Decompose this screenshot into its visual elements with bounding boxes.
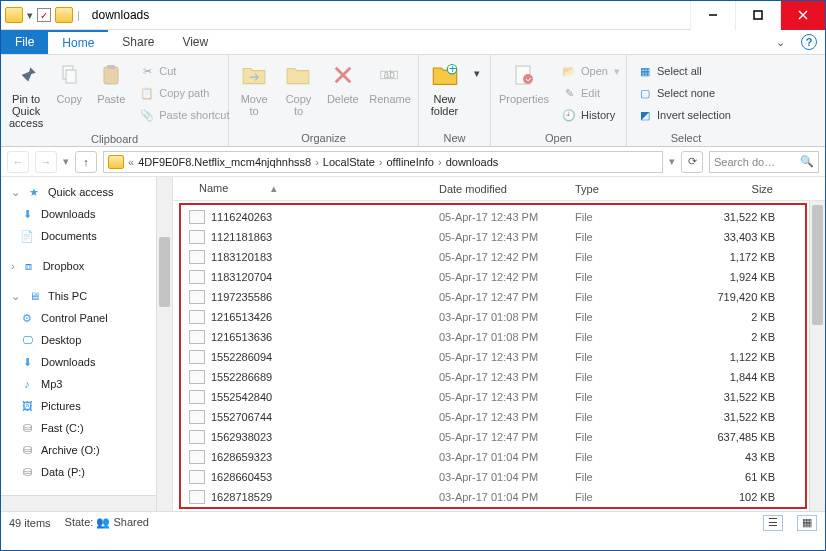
chevron-right-icon[interactable]: « <box>126 156 136 168</box>
scrollbar-thumb[interactable] <box>159 237 170 307</box>
chevron-right-icon[interactable]: › <box>436 156 444 168</box>
scrollbar-vertical[interactable] <box>809 201 825 511</box>
copy-path-icon: 📋 <box>139 85 155 101</box>
table-row[interactable]: 112118186305-Apr-17 12:43 PMFile33,403 K… <box>189 227 797 247</box>
table-row[interactable]: 121651342603-Apr-17 01:08 PMFile2 KB <box>189 307 797 327</box>
paste-button[interactable]: Paste <box>93 59 129 107</box>
table-row[interactable]: 155270674405-Apr-17 12:43 PMFile31,522 K… <box>189 407 797 427</box>
file-icon <box>189 330 205 344</box>
tiles-view-button[interactable]: ▦ <box>797 515 817 531</box>
file-size: 31,522 KB <box>675 211 775 223</box>
maximize-button[interactable] <box>735 1 780 30</box>
up-button[interactable]: ↑ <box>75 151 97 173</box>
delete-button[interactable]: Delete <box>324 59 362 107</box>
recent-dropdown-icon[interactable]: ▾ <box>63 155 69 168</box>
select-none-button[interactable]: ▢Select none <box>633 83 735 103</box>
header-name[interactable]: Name ▴ <box>193 182 433 195</box>
history-button[interactable]: 🕘History <box>557 105 624 125</box>
move-to-button[interactable]: Move to <box>235 59 273 119</box>
copy-to-button[interactable]: Copy to <box>279 59 317 119</box>
nav-documents[interactable]: 📄Documents <box>1 225 172 247</box>
rename-button[interactable]: ab Rename <box>368 59 412 107</box>
paste-shortcut-button[interactable]: 📎Paste shortcut <box>135 105 233 125</box>
table-row[interactable]: 155228668905-Apr-17 12:43 PMFile1,844 KB <box>189 367 797 387</box>
nav-archive-o[interactable]: ⛁Archive (O:) <box>1 439 172 461</box>
close-button[interactable] <box>780 1 825 30</box>
header-type[interactable]: Type <box>569 183 669 195</box>
table-row[interactable]: 162871852903-Apr-17 01:04 PMFile102 KB <box>189 487 797 507</box>
table-row[interactable]: 156293802305-Apr-17 12:47 PMFile637,485 … <box>189 427 797 447</box>
file-icon <box>189 470 205 484</box>
nav-control-panel[interactable]: ⚙Control Panel <box>1 307 172 329</box>
header-date[interactable]: Date modified <box>433 183 569 195</box>
breadcrumb[interactable]: « 4DF9E0F8.Netflix_mcm4njqhnhss8 › Local… <box>103 151 663 173</box>
file-name: 1121181863 <box>211 231 439 243</box>
pin-quick-access-button[interactable]: Pin to Quick access <box>7 59 45 131</box>
file-type: File <box>575 211 675 223</box>
cut-button[interactable]: ✂Cut <box>135 61 233 81</box>
svg-rect-1 <box>754 11 762 19</box>
file-date: 03-Apr-17 01:04 PM <box>439 491 575 503</box>
file-name: 1183120183 <box>211 251 439 263</box>
minimize-button[interactable] <box>690 1 735 30</box>
tab-view[interactable]: View <box>168 30 222 54</box>
tab-share[interactable]: Share <box>108 30 168 54</box>
properties-qat-icon[interactable]: ✓ <box>37 8 51 22</box>
address-dropdown-icon[interactable]: ▾ <box>669 155 675 168</box>
new-folder-button[interactable]: + New folder <box>425 59 464 119</box>
refresh-button[interactable]: ⟳ <box>681 151 703 173</box>
header-size[interactable]: Size <box>669 183 779 195</box>
nav-data-p[interactable]: ⛁Data (P:) <box>1 461 172 483</box>
scrollbar-vertical[interactable] <box>156 177 172 511</box>
table-row[interactable]: 119723558605-Apr-17 12:47 PMFile719,420 … <box>189 287 797 307</box>
nav-fast-c[interactable]: ⛁Fast (C:) <box>1 417 172 439</box>
nav-quick-access[interactable]: ⌄★Quick access <box>1 181 172 203</box>
ribbon: Pin to Quick access Copy Paste ✂Cut 📋Cop… <box>1 55 825 147</box>
table-row[interactable]: 118312070405-Apr-17 12:42 PMFile1,924 KB <box>189 267 797 287</box>
delete-icon <box>327 61 359 89</box>
open-button[interactable]: 📂Open▾ <box>557 61 624 81</box>
chevron-right-icon[interactable]: › <box>313 156 321 168</box>
edit-button[interactable]: ✎Edit <box>557 83 624 103</box>
table-row[interactable]: 118312018305-Apr-17 12:42 PMFile1,172 KB <box>189 247 797 267</box>
breadcrumb-part[interactable]: downloads <box>446 156 499 168</box>
copy-button[interactable]: Copy <box>51 59 87 107</box>
table-row[interactable]: 121651363603-Apr-17 01:08 PMFile2 KB <box>189 327 797 347</box>
scrollbar-horizontal[interactable] <box>1 495 156 511</box>
forward-button[interactable]: → <box>35 151 57 173</box>
search-input[interactable]: Search do… 🔍 <box>709 151 819 173</box>
scrollbar-thumb[interactable] <box>812 205 823 325</box>
breadcrumb-part[interactable]: 4DF9E0F8.Netflix_mcm4njqhnhss8 <box>138 156 311 168</box>
file-menu[interactable]: File <box>1 30 48 54</box>
qat-dropdown-icon[interactable]: ▾ <box>27 9 33 22</box>
table-row[interactable]: 155254284005-Apr-17 12:43 PMFile31,522 K… <box>189 387 797 407</box>
nav-pictures[interactable]: 🖼Pictures <box>1 395 172 417</box>
search-icon: 🔍 <box>800 155 814 168</box>
properties-button[interactable]: Properties <box>497 59 551 107</box>
nav-this-pc[interactable]: ⌄🖥This PC <box>1 285 172 307</box>
nav-dropbox[interactable]: ›⧈Dropbox <box>1 255 172 277</box>
chevron-right-icon[interactable]: › <box>377 156 385 168</box>
nav-downloads2[interactable]: ⬇Downloads <box>1 351 172 373</box>
table-row[interactable]: 111624026305-Apr-17 12:43 PMFile31,522 K… <box>189 207 797 227</box>
help-icon[interactable]: ? <box>801 34 817 50</box>
copy-path-button[interactable]: 📋Copy path <box>135 83 233 103</box>
nav-mp3[interactable]: ♪Mp3 <box>1 373 172 395</box>
select-all-button[interactable]: ▦Select all <box>633 61 735 81</box>
breadcrumb-part[interactable]: offlineInfo <box>386 156 434 168</box>
nav-desktop[interactable]: 🖵Desktop <box>1 329 172 351</box>
table-row[interactable]: 162866045303-Apr-17 01:04 PMFile61 KB <box>189 467 797 487</box>
breadcrumb-part[interactable]: LocalState <box>323 156 375 168</box>
file-date: 03-Apr-17 01:08 PM <box>439 311 575 323</box>
group-label: New <box>425 130 484 144</box>
collapse-ribbon-icon[interactable]: ⌄ <box>768 30 793 54</box>
svg-rect-5 <box>66 70 76 83</box>
new-item-dropdown[interactable]: ▾ <box>470 65 484 82</box>
invert-selection-button[interactable]: ◩Invert selection <box>633 105 735 125</box>
table-row[interactable]: 162865932303-Apr-17 01:04 PMFile43 KB <box>189 447 797 467</box>
tab-home[interactable]: Home <box>48 30 108 54</box>
back-button[interactable]: ← <box>7 151 29 173</box>
nav-downloads[interactable]: ⬇Downloads <box>1 203 172 225</box>
details-view-button[interactable]: ☰ <box>763 515 783 531</box>
table-row[interactable]: 155228609405-Apr-17 12:43 PMFile1,122 KB <box>189 347 797 367</box>
